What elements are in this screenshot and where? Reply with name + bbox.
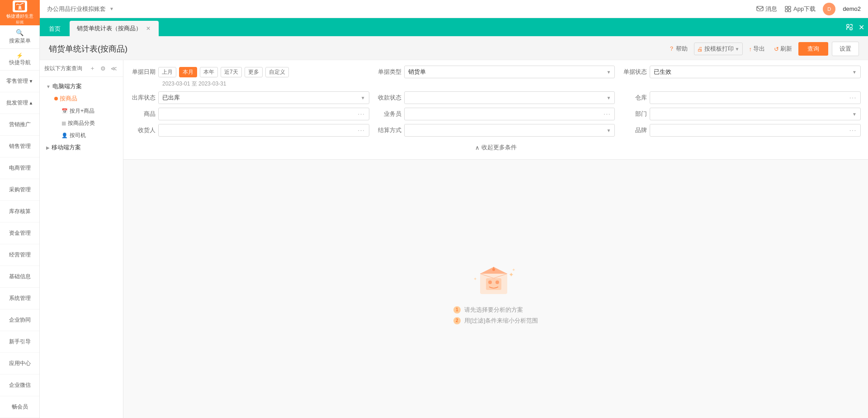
sidebar-item-member[interactable]: 畅会员 <box>0 396 39 418</box>
sidebar-quick-nav[interactable]: ⚡ 快捷导航 <box>0 49 39 71</box>
tab-report[interactable]: 销货单统计表（按商品） ✕ <box>70 21 159 36</box>
help-label: 帮助 <box>676 45 688 53</box>
dept-select[interactable]: ▼ <box>650 108 861 120</box>
scheme-settings-button[interactable]: ⚙ <box>99 64 108 73</box>
scheme-panel: 按以下方案查询 ＋ ⚙ ≪ ▼ 电脑端方案 <box>40 60 123 418</box>
print-dropdown-icon[interactable]: ▼ <box>735 47 740 52</box>
date-btn-more[interactable]: 更多 <box>245 67 263 77</box>
doc-status-value: 已生效 <box>654 68 671 76</box>
sidebar-search[interactable]: 🔍 搜索菜单 <box>0 25 39 49</box>
doc-type-select[interactable]: 销货单 ▼ <box>404 66 615 78</box>
refresh-button[interactable]: ↺ 刷新 <box>771 43 795 55</box>
svg-rect-3 <box>785 6 788 9</box>
goods-input[interactable]: ··· <box>158 108 369 120</box>
out-status-select[interactable]: 已出库 ▼ <box>158 91 369 104</box>
payment-chevron-icon: ▼ <box>606 128 611 133</box>
sidebar-item-marketing[interactable]: 营销推广 <box>0 114 39 136</box>
marketing-label: 营销推广 <box>9 121 31 128</box>
receiver-input[interactable]: ··· <box>158 124 369 137</box>
inventory-label: 库存核算 <box>9 208 31 215</box>
sidebar-item-wholesale[interactable]: 批发管理 ▲ <box>0 92 39 114</box>
svg-rect-6 <box>788 10 791 12</box>
sidebar-item-finance[interactable]: 资金管理 <box>0 223 39 244</box>
scheme-add-button[interactable]: ＋ <box>88 64 97 73</box>
tip-2-bullet: 2 <box>453 317 461 324</box>
help-button[interactable]: ？ 帮助 <box>666 43 690 55</box>
app-logo[interactable]: 畅捷通好生意 标账 <box>0 0 40 25</box>
user-name[interactable]: demo2 <box>843 5 861 12</box>
tab-close-button[interactable]: ✕ <box>145 25 151 32</box>
doc-status-select[interactable]: 已生效 ▼ <box>650 66 861 78</box>
date-btn-this-year[interactable]: 本年 <box>200 67 218 77</box>
tab-close-all-button[interactable]: ✕ <box>859 18 864 36</box>
sidebar-item-basic[interactable]: 基础信息 <box>0 266 39 288</box>
tree-sub-by-month-goods[interactable]: 📅 按月+商品 <box>40 105 123 117</box>
sidebar-item-inventory[interactable]: 库存核算 <box>0 201 39 223</box>
refresh-icon: ↺ <box>774 46 779 52</box>
tree-arrow-desktop: ▼ <box>46 84 51 89</box>
brand-input[interactable]: ··· <box>650 124 861 137</box>
empty-tip-1: 1 请先选择要分析的方案 <box>453 306 538 314</box>
operations-label: 经营管理 <box>9 251 31 259</box>
tree-category-desktop[interactable]: ▼ 电脑端方案 <box>40 81 123 92</box>
sidebar-item-wechat[interactable]: 企业微信 <box>0 375 39 396</box>
query-button[interactable]: 查询 <box>798 42 828 56</box>
filter-warehouse: 仓库 ··· <box>622 91 861 104</box>
tree-category-desktop-label: 电脑端方案 <box>52 82 82 90</box>
date-label: 单据日期 <box>131 68 156 76</box>
print-button[interactable]: 🖨 按模板打印 ▼ <box>694 43 743 55</box>
filter-brand: 品牌 ··· <box>622 124 861 137</box>
warehouse-input[interactable]: ··· <box>650 91 861 104</box>
sidebar-item-operations[interactable]: 经营管理 <box>0 244 39 266</box>
sidebar-item-enterprise[interactable]: 企业协同 <box>0 309 39 331</box>
payment-select[interactable]: ▼ <box>404 124 615 137</box>
tab-home[interactable]: 首页 <box>42 22 68 36</box>
top-right-actions: ？ 帮助 🖨 按模板打印 ▼ ↑ 导出 ↺ 刷新 查询 设置 <box>666 42 859 56</box>
empty-tip-2: 2 用[过滤]条件来缩小分析范围 <box>453 317 538 325</box>
doc-type-chevron-icon: ▼ <box>606 70 611 75</box>
tree-sub-by-driver[interactable]: 👤 按司机 <box>40 129 123 142</box>
tree-item-by-goods[interactable]: 按商品 <box>40 92 123 105</box>
user-avatar[interactable]: D <box>823 3 835 15</box>
breadcrumb-dropdown-icon[interactable]: ▼ <box>109 6 114 11</box>
collapse-button[interactable]: ∧ 收起更多条件 <box>471 142 521 153</box>
tree-sub-by-category[interactable]: ▦ 按商品分类 <box>40 117 123 129</box>
message-button[interactable]: 消息 <box>756 5 777 13</box>
sidebar-item-system[interactable]: 系统管理 <box>0 288 39 309</box>
sidebar-item-ecommerce[interactable]: 电商管理 <box>0 157 39 179</box>
tab-expand-button[interactable] <box>846 18 853 36</box>
export-button[interactable]: ↑ 导出 <box>746 43 768 55</box>
receive-status-select[interactable]: ▼ <box>404 91 615 104</box>
svg-point-16 <box>495 280 499 284</box>
settings-button[interactable]: 设置 <box>832 42 859 56</box>
date-btn-custom[interactable]: 自定义 <box>265 67 289 77</box>
scheme-actions: ＋ ⚙ ≪ <box>88 64 118 73</box>
ecommerce-label: 电商管理 <box>9 164 31 172</box>
page-title-bar: 销货单统计表(按商品) ？ 帮助 🖨 按模板打印 ▼ ↑ 导出 ↺ 刷新 <box>40 36 868 60</box>
chevron-down-icon: ▼ <box>29 79 33 84</box>
app-download-button[interactable]: App下载 <box>784 5 816 13</box>
receiver-label: 收货人 <box>131 126 156 134</box>
top-header: 办公用品行业模拟账套 ▼ 消息 App下载 D <box>40 0 868 18</box>
sidebar-item-sales[interactable]: 销售管理 <box>0 136 39 157</box>
salesperson-input[interactable]: ··· <box>404 108 615 120</box>
quick-nav-label: 快捷导航 <box>3 59 37 66</box>
sidebar-item-retail[interactable]: 零售管理 ▼ <box>0 71 39 92</box>
svg-point-18 <box>492 268 495 271</box>
scheme-collapse-button[interactable]: ≪ <box>109 64 118 73</box>
date-btn-this-month[interactable]: 本月 <box>179 67 197 77</box>
system-label: 系统管理 <box>9 294 31 302</box>
app-download-label: App下载 <box>793 5 816 13</box>
salesperson-label: 业务员 <box>377 110 401 118</box>
date-btn-7days[interactable]: 近7天 <box>221 67 242 77</box>
sidebar-item-appcenter[interactable]: 应用中心 <box>0 353 39 375</box>
print-label: 按模板打印 <box>704 45 734 53</box>
tree-category-mobile[interactable]: ▶ 移动端方案 <box>40 142 123 153</box>
date-btn-last-month[interactable]: 上月 <box>158 67 176 77</box>
sidebar-item-guide[interactable]: 新手引导 <box>0 331 39 353</box>
sidebar-item-purchase[interactable]: 采购管理 <box>0 179 39 201</box>
export-icon: ↑ <box>749 46 752 52</box>
basic-label: 基础信息 <box>9 273 31 280</box>
sales-label: 销售管理 <box>9 142 31 150</box>
refresh-label: 刷新 <box>780 45 792 53</box>
